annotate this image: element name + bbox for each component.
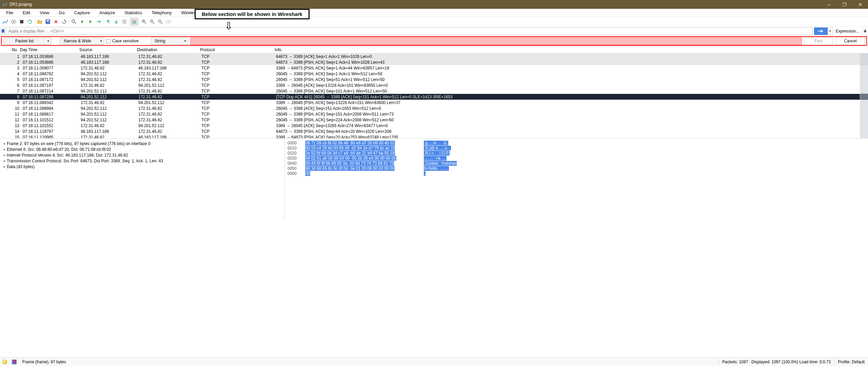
find-text-input[interactable] xyxy=(190,37,802,45)
col-header-info[interactable]: Info xyxy=(273,46,868,53)
svg-text:1: 1 xyxy=(159,20,160,22)
menu-file[interactable]: File xyxy=(1,9,18,16)
expand-icon[interactable]: ▸ xyxy=(2,153,7,157)
menu-edit[interactable]: Edit xyxy=(18,9,35,16)
find-listing-dropdown[interactable]: Packet list xyxy=(4,37,51,45)
packet-row[interactable]: 407:16:11.08678294.201.52.112172.31.46.8… xyxy=(0,71,868,77)
zoom-out-icon[interactable] xyxy=(149,18,156,25)
find-button[interactable]: Find xyxy=(804,37,833,45)
wireshark-icon xyxy=(2,2,7,7)
menu-go[interactable]: Go xyxy=(54,9,69,16)
packet-row[interactable]: 507:16:11.08717294.201.52.112172.31.46.8… xyxy=(0,77,868,82)
start-capture-icon[interactable] xyxy=(2,18,9,25)
bookmark-filter-icon[interactable] xyxy=(1,27,5,35)
packet-row[interactable]: 1107:16:11.08981794.201.52.112172.31.46.… xyxy=(0,111,868,117)
display-filter-input[interactable] xyxy=(6,27,813,35)
packet-bytes-pane[interactable]: 0000001000200030004000500060 06 71 09 cb… xyxy=(285,139,868,220)
annotation-arrow-icon: ⇩ xyxy=(224,21,233,31)
packet-row[interactable]: 1007:16:11.08898494.201.52.112172.31.46.… xyxy=(0,105,868,111)
go-forward-icon[interactable] xyxy=(86,18,94,25)
expert-info-icon[interactable] xyxy=(1,359,8,365)
menu-analyze[interactable]: Analyze xyxy=(95,9,120,16)
col-header-no[interactable]: No xyxy=(0,46,19,53)
find-packet-icon[interactable] xyxy=(70,18,78,25)
packet-row[interactable]: 1507:16:11.120985172.31.46.8246.183.117.… xyxy=(0,134,868,138)
apply-filter-button[interactable] xyxy=(814,27,828,35)
close-file-icon[interactable] xyxy=(52,18,60,25)
menu-view[interactable]: View xyxy=(35,9,54,16)
zoom-in-icon[interactable] xyxy=(140,18,148,25)
tree-item[interactable]: ▸Data (43 bytes) xyxy=(2,164,282,169)
tree-item[interactable]: ▸Ethernet II, Src: 06:48:80:e6:d7:20, Ds… xyxy=(2,146,282,152)
minimize-button[interactable]: ─ xyxy=(821,0,837,9)
status-left-text: Frame (frame), 97 bytes xyxy=(19,360,70,364)
find-type-value: String xyxy=(155,39,165,43)
zoom-reset-icon[interactable]: 1 xyxy=(157,18,164,25)
menu-statistics[interactable]: Statistics xyxy=(120,9,147,16)
main-toolbar: 1 xyxy=(0,17,868,26)
packet-row[interactable]: 907:16:11.088342172.31.46.8294.201.52.11… xyxy=(0,100,868,105)
case-sensitive-label: Case sensitive xyxy=(112,39,139,43)
status-profile-text[interactable]: Profile: Default xyxy=(834,360,868,364)
maximize-button[interactable]: ❐ xyxy=(837,0,852,9)
tree-item[interactable]: ▸Frame 2: 97 bytes on wire (776 bits), 9… xyxy=(2,141,282,146)
col-header-time[interactable]: Day Time xyxy=(19,46,78,53)
edit-preferences-icon[interactable] xyxy=(11,359,18,365)
packet-row[interactable]: 1207:16:11.10151294.201.52.112172.31.46.… xyxy=(0,117,868,123)
expand-icon[interactable]: ▸ xyxy=(2,165,7,168)
display-filter-row: ▾ Expression... + xyxy=(0,26,868,36)
packet-row[interactable]: 807:16:11.08728694.201.52.112172.31.46.8… xyxy=(0,94,868,100)
menu-capture[interactable]: Capture xyxy=(70,9,95,16)
packet-row[interactable]: 1307:16:11.101552172.31.46.8294.201.52.1… xyxy=(0,123,868,128)
expand-icon[interactable]: ▸ xyxy=(2,147,7,151)
filter-history-button[interactable]: ▾ xyxy=(828,27,833,35)
go-first-icon[interactable] xyxy=(104,18,112,25)
add-filter-button[interactable]: + xyxy=(862,27,868,35)
tree-item[interactable]: ▸Internet Protocol Version 4, Src: 46.18… xyxy=(2,152,282,158)
menu-telephony[interactable]: Telephony xyxy=(147,9,176,16)
go-to-packet-icon[interactable] xyxy=(95,18,102,25)
stop-capture-icon[interactable] xyxy=(18,18,25,25)
close-button[interactable]: ✕ xyxy=(852,0,868,9)
go-last-icon[interactable] xyxy=(113,18,120,25)
svg-rect-9 xyxy=(132,23,136,24)
open-file-icon[interactable] xyxy=(36,18,43,25)
reload-icon[interactable] xyxy=(60,18,68,25)
find-width-dropdown[interactable]: Narrow & Wide xyxy=(60,37,104,45)
packet-minimap[interactable] xyxy=(860,54,868,138)
save-file-icon[interactable] xyxy=(44,18,52,25)
checkbox-box-icon xyxy=(106,39,111,43)
packet-row[interactable]: 1407:16:11.11679746.183.117.188172.31.46… xyxy=(0,128,868,134)
annotation-overlay: Below section will be shown in Wireshark… xyxy=(195,9,310,19)
tree-item[interactable]: ▸Transmission Control Protocol, Src Port… xyxy=(2,158,282,164)
col-header-src[interactable]: Source xyxy=(78,46,136,53)
restart-capture-icon[interactable] xyxy=(26,18,34,25)
capture-options-icon[interactable] xyxy=(10,18,17,25)
col-header-dst[interactable]: Destination xyxy=(136,46,199,53)
svg-point-5 xyxy=(72,20,75,22)
packet-row[interactable]: 107:16:11.05388646.183.117.188172.31.46.… xyxy=(0,54,868,59)
packet-list[interactable]: 107:16:11.05388646.183.117.188172.31.46.… xyxy=(0,54,868,138)
expand-icon[interactable]: ▸ xyxy=(2,142,7,145)
resize-columns-icon[interactable] xyxy=(165,18,172,25)
cancel-find-button[interactable]: Cancel xyxy=(836,37,865,45)
expression-button[interactable]: Expression... xyxy=(833,27,862,35)
go-back-icon[interactable] xyxy=(78,18,86,25)
find-bar: Packet list Narrow & Wide Case sensitive… xyxy=(0,36,868,46)
packet-row[interactable]: 207:16:11.05388646.183.117.188172.31.46.… xyxy=(0,59,868,65)
svg-rect-7 xyxy=(132,20,136,21)
menubar: File Edit View Go Capture Analyze Statis… xyxy=(0,9,868,17)
find-listing-value: Packet list xyxy=(15,39,34,43)
col-header-proto[interactable]: Protocol xyxy=(199,46,273,53)
packet-row[interactable]: 607:16:11.087197172.31.46.8294.201.52.11… xyxy=(0,82,868,88)
case-sensitive-checkbox[interactable]: Case sensitive xyxy=(106,39,139,43)
details-split: ▸Frame 2: 97 bytes on wire (776 bits), 9… xyxy=(0,138,868,220)
find-width-value: Narrow & Wide xyxy=(64,39,91,43)
packet-details-tree[interactable]: ▸Frame 2: 97 bytes on wire (776 bits), 9… xyxy=(0,139,285,220)
expand-icon[interactable]: ▸ xyxy=(2,159,7,163)
packet-row[interactable]: 707:16:11.08721494.201.52.112172.31.46.8… xyxy=(0,88,868,94)
auto-scroll-icon[interactable] xyxy=(121,18,128,25)
colorize-icon[interactable] xyxy=(131,18,138,25)
find-type-dropdown[interactable]: String xyxy=(151,37,188,45)
packet-row[interactable]: 307:16:11.059077172.31.46.8246.183.117.1… xyxy=(0,65,868,71)
